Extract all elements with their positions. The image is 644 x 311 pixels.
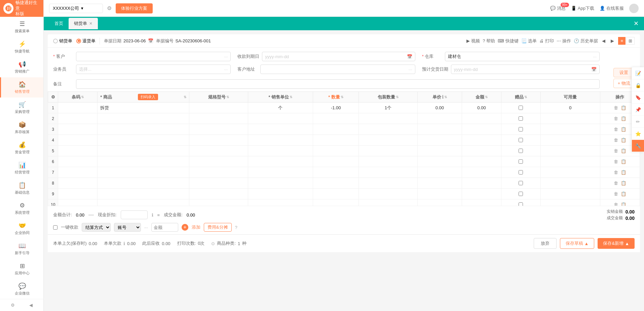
row-product-1[interactable]: 拆货 xyxy=(98,103,189,113)
sidebar-item-marketing[interactable]: 📢 营销推广 xyxy=(0,57,43,77)
message-item[interactable]: 💬 消息 99+ xyxy=(550,5,566,11)
sidebar-item-sales[interactable]: 🏠 销售管理 xyxy=(0,77,43,98)
save-draft-dropdown-icon[interactable]: ▲ xyxy=(584,241,589,246)
product-types-icon[interactable]: ⊙ xyxy=(211,241,215,246)
row-unit-9[interactable] xyxy=(248,189,313,199)
row-gift-7[interactable] xyxy=(501,167,541,178)
sort-icon-spec[interactable]: ⇅ xyxy=(226,95,229,99)
row-amount-3[interactable] xyxy=(462,124,501,135)
sort-icon-barcode[interactable]: ⇅ xyxy=(81,95,84,99)
row-barcode-6[interactable] xyxy=(58,156,98,167)
row-amount-5[interactable] xyxy=(462,146,501,156)
row-barcode-5[interactable] xyxy=(58,146,98,156)
row-qty-10[interactable] xyxy=(313,199,359,206)
warehouse-input[interactable]: 建材仓 ··· xyxy=(445,52,600,61)
row-product-6[interactable] xyxy=(98,156,189,167)
row-product-7[interactable] xyxy=(98,167,189,178)
row-spec-3[interactable] xyxy=(189,124,248,135)
row-gift-10[interactable] xyxy=(501,199,541,206)
row-barcode-7[interactable] xyxy=(58,167,98,178)
row-price-7[interactable] xyxy=(417,167,462,178)
sidebar-item-system[interactable]: ⚙ 系统管理 xyxy=(0,198,43,219)
row-gift-9[interactable] xyxy=(501,189,541,199)
float-item-2[interactable]: 🔒 xyxy=(632,79,644,91)
row-gift-3[interactable] xyxy=(501,124,541,135)
total-owe-icon[interactable]: ℹ xyxy=(123,241,125,246)
row-qty-9[interactable] xyxy=(313,189,359,199)
row-barcode-2[interactable] xyxy=(58,113,98,124)
row-product-3[interactable] xyxy=(98,124,189,135)
trial-button[interactable]: 体验行业方案 xyxy=(116,3,153,13)
sidebar-item-basic[interactable]: 📋 基础信息 xyxy=(0,178,43,198)
add-payment-btn[interactable]: + xyxy=(182,224,188,231)
row-gift-5[interactable] xyxy=(501,146,541,156)
save-draft-button[interactable]: 保存草稿 ▲ xyxy=(560,238,595,249)
settings-bottom-icon[interactable]: ⚙ xyxy=(11,303,15,308)
row-pkg-5[interactable] xyxy=(359,146,417,156)
row-spec-4[interactable] xyxy=(189,135,248,146)
row-unit-4[interactable] xyxy=(248,135,313,146)
row-amount-10[interactable] xyxy=(462,199,501,206)
gift-checkbox-5[interactable] xyxy=(519,149,523,153)
sale-order-radio[interactable]: 销货单 xyxy=(53,38,72,44)
row-pkg-8[interactable] xyxy=(359,178,417,189)
gift-checkbox-4[interactable] xyxy=(519,138,523,142)
row-qty-5[interactable] xyxy=(313,146,359,156)
delete-icon-4[interactable]: 🗑 xyxy=(614,138,618,143)
user-avatar[interactable] xyxy=(629,4,639,13)
row-unit-1[interactable]: 个 xyxy=(248,103,313,113)
float-item-4[interactable]: 📌 xyxy=(632,104,644,116)
info-icon[interactable]: ℹ xyxy=(152,212,153,218)
row-qty-2[interactable] xyxy=(313,113,359,124)
company-select[interactable]: XXXXXX公司 ▾ xyxy=(49,4,103,13)
row-amount-9[interactable] xyxy=(462,189,501,199)
operation-btn[interactable]: ⋯ 操作 xyxy=(557,38,571,44)
row-pkg-10[interactable] xyxy=(359,199,417,206)
video-btn[interactable]: ▶ 视频 xyxy=(466,38,480,44)
row-qty-8[interactable] xyxy=(313,178,359,189)
sort-icon-qty[interactable]: ⇅ xyxy=(341,95,343,99)
row-product-2[interactable] xyxy=(98,113,189,124)
list-view-btn[interactable]: ≡ xyxy=(618,37,626,45)
gift-checkbox-2[interactable] xyxy=(519,116,523,121)
print-btn[interactable]: 🖨 打印 xyxy=(539,38,554,44)
sidebar-item-purchase[interactable]: 🛒 采购管理 xyxy=(0,98,43,118)
row-gift-1[interactable] xyxy=(501,103,541,113)
th-settings[interactable]: ⚙ xyxy=(48,92,58,103)
sort-icon-product[interactable]: ⇅ xyxy=(184,95,186,99)
row-pkg-7[interactable] xyxy=(359,167,417,178)
delete-icon-9[interactable]: 🗑 xyxy=(614,191,618,196)
row-barcode-3[interactable] xyxy=(58,124,98,135)
delete-icon-1[interactable]: 🗑 xyxy=(614,105,618,110)
copy-icon-8[interactable]: 📋 xyxy=(621,181,626,186)
row-product-8[interactable] xyxy=(98,178,189,189)
row-price-10[interactable] xyxy=(417,199,462,206)
delete-icon-2[interactable]: 🗑 xyxy=(614,116,618,121)
copy-icon-10[interactable]: 📋 xyxy=(621,202,626,206)
delete-icon-7[interactable]: 🗑 xyxy=(614,170,618,175)
online-service-item[interactable]: 👤 在线客服 xyxy=(600,5,624,11)
row-pkg-1[interactable]: 1个 xyxy=(359,103,417,113)
row-unit-5[interactable] xyxy=(248,146,313,156)
sort-icon-price[interactable]: ⇅ xyxy=(444,95,447,99)
sidebar-item-wechat[interactable]: 💬 企业微信 xyxy=(0,279,43,299)
save-new-button[interactable]: 保存&新增 ▲ xyxy=(598,238,635,249)
delete-icon-8[interactable]: 🗑 xyxy=(614,181,618,186)
help-btn[interactable]: ? 帮助 xyxy=(483,38,495,44)
sort-icon-unit[interactable]: ⇅ xyxy=(290,95,292,99)
copy-icon-3[interactable]: 📋 xyxy=(621,127,626,132)
row-price-4[interactable] xyxy=(417,135,462,146)
row-unit-8[interactable] xyxy=(248,178,313,189)
row-unit-10[interactable] xyxy=(248,199,313,206)
float-item-3[interactable]: 🔖 xyxy=(632,91,644,104)
price-info-icon[interactable]: ℹ xyxy=(442,94,444,100)
copy-icon-6[interactable]: 📋 xyxy=(621,159,626,164)
row-qty-7[interactable] xyxy=(313,167,359,178)
row-amount-8[interactable] xyxy=(462,178,501,189)
app-download-item[interactable]: 📱 App下载 xyxy=(571,5,594,11)
row-price-3[interactable] xyxy=(417,124,462,135)
customer-addr-input[interactable]: ··· xyxy=(260,65,415,74)
row-qty-4[interactable] xyxy=(313,135,359,146)
copy-icon-5[interactable]: 📋 xyxy=(621,148,626,153)
copy-icon-9[interactable]: 📋 xyxy=(621,191,626,196)
